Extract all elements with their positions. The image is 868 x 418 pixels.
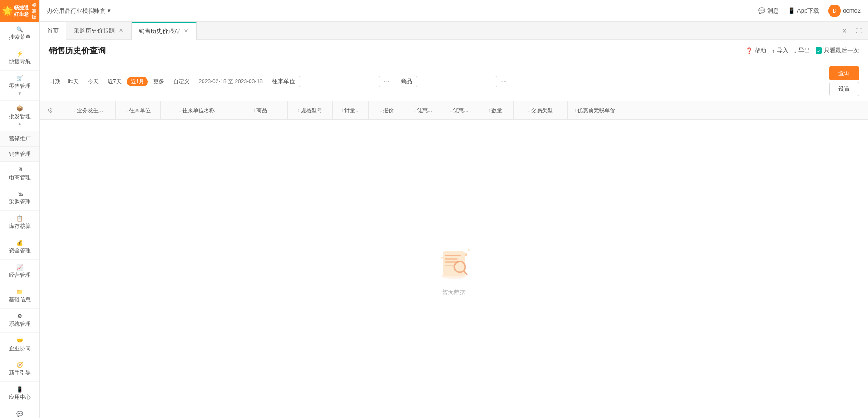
goods-dots[interactable]: ··· bbox=[499, 77, 509, 86]
app-download-button[interactable]: 📱 App下载 bbox=[788, 7, 819, 15]
only-last-label: 只看最后一次 bbox=[824, 47, 859, 55]
user-profile[interactable]: D demo2 bbox=[828, 5, 861, 17]
query-button[interactable]: 查询 bbox=[829, 66, 859, 80]
date-options: 昨天 今天 近7天 近1月 更多 自定义 bbox=[64, 77, 193, 86]
sort-icon-pretax-price: ↕ bbox=[574, 108, 576, 113]
col-header-partner-name[interactable]: ↕ 往来单位名称 bbox=[161, 101, 233, 119]
date-option-yesterday[interactable]: 昨天 bbox=[64, 77, 82, 86]
inventory-icon: 📋 bbox=[16, 215, 23, 222]
col-header-qty[interactable]: ↕ 数量 bbox=[477, 101, 514, 119]
tabs-bar: 首页 采购历史价跟踪 ✕ 销售历史价跟踪 ✕ ✕ ⛶ bbox=[40, 22, 868, 40]
tab-sales-history[interactable]: 销售历史价跟踪 ✕ bbox=[132, 22, 197, 40]
content-area: 销售历史价查询 ❓ 帮助 ↑ 导入 ↓ 导出 ✓ bbox=[40, 40, 868, 418]
sidebar-item-guide[interactable]: 🧭 新手引导 bbox=[0, 357, 39, 382]
table-settings-icon[interactable]: ⚙ bbox=[40, 101, 61, 119]
col-header-unit[interactable]: ↕ 计量... bbox=[333, 101, 369, 119]
sidebar-item-label: 营销推广 bbox=[9, 135, 31, 142]
col-header-spec[interactable]: ↕ 规格型号 bbox=[288, 101, 333, 119]
tab-purchase-history[interactable]: 采购历史价跟踪 ✕ bbox=[66, 22, 132, 40]
sidebar-item-purchase[interactable]: 🛍 采购管理 bbox=[0, 186, 39, 211]
col-label-qty: 数量 bbox=[491, 107, 502, 114]
col-header-pretax-price[interactable]: ↕ 优惠前无税单价 bbox=[568, 101, 622, 119]
col-label-trade-type: 交易类型 bbox=[531, 107, 553, 114]
import-icon: ↑ bbox=[772, 48, 775, 54]
date-label: 日期 bbox=[49, 77, 61, 86]
tab-home[interactable]: 首页 bbox=[40, 22, 66, 40]
sidebar-item-enterprise[interactable]: 🤝 企业协同 bbox=[0, 333, 39, 357]
import-button[interactable]: ↑ 导入 bbox=[772, 47, 788, 55]
sidebar-item-finance[interactable]: 💰 资金管理 bbox=[0, 235, 39, 260]
sidebar-item-label: 库存核算 bbox=[9, 223, 31, 230]
col-header-discount2[interactable]: ↕ 优惠... bbox=[441, 101, 477, 119]
app-download-label: App下载 bbox=[797, 7, 819, 15]
ecommerce-icon: 🖥 bbox=[17, 166, 23, 173]
sidebar-item-label: 应用中心 bbox=[9, 394, 31, 401]
only-last-checkbox[interactable]: ✓ 只看最后一次 bbox=[816, 47, 859, 55]
export-button[interactable]: ↓ 导出 bbox=[794, 47, 811, 55]
col-label-discount2: 优惠... bbox=[453, 107, 468, 114]
date-option-today[interactable]: 今天 bbox=[84, 77, 102, 86]
sidebar-item-label: 系统管理 bbox=[9, 320, 31, 328]
sidebar: 🌟 畅捷通好生意 标准版 🔍 搜索菜单 ⚡ 快捷导航 🛒 零售管理 ▼ 📦 批发… bbox=[0, 0, 40, 418]
message-button[interactable]: 💬 消息 bbox=[758, 7, 779, 15]
sidebar-item-operation[interactable]: 📈 经营管理 bbox=[0, 260, 39, 284]
sidebar-nav: 🔍 搜索菜单 ⚡ 快捷导航 🛒 零售管理 ▼ 📦 批发管理 ▲ 营销推广 销售管… bbox=[0, 22, 39, 418]
sidebar-item-basic[interactable]: 📁 基础信息 bbox=[0, 284, 39, 309]
import-label: 导入 bbox=[777, 47, 788, 55]
help-button[interactable]: ❓ 帮助 bbox=[745, 47, 766, 55]
col-header-goods[interactable]: ↕ 商品 bbox=[233, 101, 288, 119]
sidebar-item-label: 电商管理 bbox=[9, 174, 31, 181]
col-header-discount1[interactable]: ↕ 优惠... bbox=[405, 101, 441, 119]
sidebar-item-ecommerce[interactable]: 🖥 电商管理 bbox=[0, 162, 39, 186]
col-header-business-date[interactable]: ↕ 业务发生... bbox=[61, 101, 116, 119]
col-label-price: 报价 bbox=[383, 107, 394, 114]
page-header: 销售历史价查询 ❓ 帮助 ↑ 导入 ↓ 导出 ✓ bbox=[40, 40, 868, 62]
tab-purchase-history-close[interactable]: ✕ bbox=[118, 28, 124, 34]
date-option-more[interactable]: 更多 bbox=[150, 77, 168, 86]
dropdown-icon: ▾ bbox=[108, 7, 111, 14]
sidebar-item-inventory[interactable]: 📋 库存核算 bbox=[0, 211, 39, 235]
goods-input[interactable] bbox=[416, 76, 497, 87]
sort-icon-partner: ↕ bbox=[126, 108, 128, 113]
close-tab-button[interactable]: ✕ bbox=[839, 25, 850, 36]
export-icon: ↓ bbox=[794, 48, 797, 54]
sidebar-item-marketing[interactable]: 营销推广 bbox=[0, 131, 39, 147]
sort-icon-discount1: ↕ bbox=[414, 108, 416, 113]
sidebar-item-sales[interactable]: 销售管理 bbox=[0, 147, 39, 162]
col-header-trade-type[interactable]: ↕ 交易类型 bbox=[514, 101, 568, 119]
fullscreen-button[interactable]: ⛶ bbox=[854, 25, 864, 36]
sort-icon-discount2: ↕ bbox=[450, 108, 452, 113]
sidebar-item-retail[interactable]: 🛒 零售管理 ▼ bbox=[0, 71, 39, 101]
workspace-selector[interactable]: 办公用品行业模拟账套 ▾ bbox=[47, 7, 111, 15]
sort-icon-spec: ↕ bbox=[297, 108, 300, 113]
sidebar-item-system[interactable]: ⚙ 系统管理 bbox=[0, 309, 39, 333]
sort-asc-icon: ↕ bbox=[74, 108, 76, 113]
chevron-up-icon: ▲ bbox=[18, 121, 22, 126]
partner-dots[interactable]: ··· bbox=[382, 77, 392, 86]
date-option-last7[interactable]: 近7天 bbox=[104, 77, 125, 86]
topbar-left: 办公用品行业模拟账套 ▾ bbox=[47, 7, 111, 15]
partner-filter-group: 往来单位 ··· bbox=[272, 76, 392, 87]
sidebar-item-wechat[interactable]: 💬 企业微信 bbox=[0, 406, 39, 418]
empty-illustration bbox=[434, 242, 474, 283]
sidebar-item-app[interactable]: 📱 应用中心 bbox=[0, 382, 39, 406]
search-icon: 🔍 bbox=[16, 26, 23, 33]
tabs-actions: ✕ ⛶ bbox=[839, 25, 868, 36]
sidebar-item-search[interactable]: 🔍 搜索菜单 bbox=[0, 22, 39, 46]
col-header-partner[interactable]: ↕ 往来单位 bbox=[116, 101, 161, 119]
tab-sales-history-close[interactable]: ✕ bbox=[183, 28, 189, 34]
sidebar-item-wholesale[interactable]: 📦 批发管理 ▲ bbox=[0, 101, 39, 131]
col-header-price[interactable]: ↕ 报价 bbox=[369, 101, 405, 119]
sidebar-item-label: 资金管理 bbox=[9, 247, 31, 255]
settings-button[interactable]: 设置 bbox=[829, 82, 859, 96]
sort-icon-unit: ↕ bbox=[341, 108, 344, 113]
enterprise-icon: 🤝 bbox=[16, 337, 23, 344]
date-option-last1m[interactable]: 近1月 bbox=[127, 77, 148, 86]
sidebar-item-label: 零售管理 bbox=[9, 82, 31, 90]
partner-input[interactable] bbox=[299, 76, 380, 87]
sidebar-item-label: 搜索菜单 bbox=[9, 33, 31, 41]
tab-purchase-history-label: 采购历史价跟踪 bbox=[74, 27, 115, 35]
date-option-custom[interactable]: 自定义 bbox=[170, 77, 193, 86]
logo-text: 畅捷通好生意 bbox=[13, 5, 30, 18]
sidebar-item-shortcut[interactable]: ⚡ 快捷导航 bbox=[0, 46, 39, 71]
